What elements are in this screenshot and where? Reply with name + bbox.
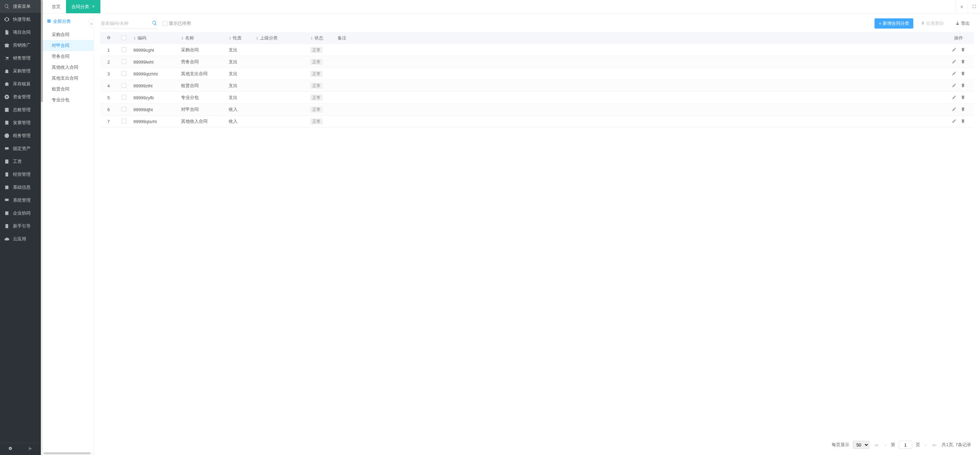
search-input[interactable] (100, 18, 158, 29)
book-icon (4, 107, 10, 113)
col-name[interactable]: ▲▼名称 (178, 32, 226, 44)
col-nature[interactable]: ▲▼性质 (226, 32, 253, 44)
tree-item[interactable]: 其他收入合同 (43, 62, 94, 73)
sort-icon: ▲▼ (256, 36, 259, 40)
status-badge: 正常 (310, 71, 323, 77)
cell-parent (253, 104, 308, 116)
cell-ops (943, 116, 974, 127)
tree-item[interactable]: 租赁合同 (43, 84, 94, 95)
close-icon[interactable]: ✕ (92, 5, 95, 9)
tree-item[interactable]: 专业分包 (43, 95, 94, 105)
col-code[interactable]: ▲▼编码 (130, 32, 178, 44)
sidebar-item-label: 固定资产 (13, 146, 30, 152)
row-checkbox[interactable] (117, 56, 130, 68)
delete-button[interactable] (961, 107, 966, 113)
show-disabled-checkbox[interactable]: 显示已停用 (163, 21, 191, 27)
last-page-button[interactable]: ⏭ (931, 442, 938, 447)
settings-button[interactable] (0, 443, 21, 455)
checkbox-icon (121, 119, 126, 124)
sidebar-item-10[interactable]: 税务管理 (0, 129, 41, 142)
tab-contract-category[interactable]: 合同分类 ✕ (66, 0, 100, 13)
search-icon[interactable] (152, 21, 157, 27)
delete-button[interactable] (961, 59, 966, 65)
delete-button[interactable] (961, 95, 966, 101)
batch-delete-button[interactable]: 批量删除 (917, 18, 948, 29)
bag-icon (4, 68, 10, 74)
export-button[interactable]: 导出 (951, 18, 974, 29)
cell-remark (335, 80, 943, 92)
row-checkbox[interactable] (117, 80, 130, 92)
delete-button[interactable] (961, 119, 966, 124)
prev-page-button[interactable]: ‹ (883, 442, 888, 447)
sidebar-item-3[interactable]: 营销推广 (0, 39, 41, 52)
sidebar-item-6[interactable]: 库存核算 (0, 78, 41, 90)
plus-icon: + (878, 21, 881, 26)
edit-button[interactable] (952, 95, 956, 101)
cell-parent (253, 80, 308, 92)
sidebar-menu: 搜索菜单快捷导航项目合同营销推广销售管理采购管理库存核算资金管理总账管理发票管理… (0, 0, 41, 443)
col-parent[interactable]: ▲▼上级分类 (253, 32, 308, 44)
edit-button[interactable] (952, 59, 956, 65)
file-icon (4, 30, 10, 35)
sidebar-item-14[interactable]: 基础信息 (0, 181, 41, 194)
sidebar-item-label: 采购管理 (13, 68, 30, 74)
add-category-button[interactable]: + 新增合同分类 (875, 18, 913, 29)
edit-button[interactable] (952, 71, 956, 77)
sidebar-item-18[interactable]: 云应用 (0, 233, 41, 246)
row-checkbox[interactable] (117, 68, 130, 80)
tree-root[interactable]: 全部分类 (43, 14, 94, 29)
row-checkbox[interactable] (117, 116, 130, 127)
sidebar-item-5[interactable]: 采购管理 (0, 65, 41, 78)
sidebar-item-13[interactable]: 经营管理 (0, 168, 41, 181)
sidebar-item-16[interactable]: 企业协同 (0, 207, 41, 220)
tree-item[interactable]: 劳务合同 (43, 51, 94, 62)
delete-button[interactable] (961, 47, 966, 53)
sidebar-item-1[interactable]: 快捷导航 (0, 13, 41, 26)
col-gear[interactable] (100, 32, 117, 44)
sidebar-item-17[interactable]: 新手引导 (0, 220, 41, 233)
delete-button[interactable] (961, 83, 966, 89)
row-checkbox[interactable] (117, 92, 130, 104)
sidebar-item-4[interactable]: 销售管理 (0, 52, 41, 65)
page-size-select[interactable]: 50 (853, 441, 869, 449)
col-checkbox[interactable] (117, 32, 130, 44)
tree-hscrollbar[interactable] (43, 452, 94, 455)
chevron-left-icon: « (90, 21, 92, 26)
sidebar-item-12[interactable]: 工资 (0, 155, 41, 168)
sidebar-item-15[interactable]: 系统管理 (0, 194, 41, 207)
sidebar-item-label: 基础信息 (13, 184, 30, 190)
row-checkbox[interactable] (117, 44, 130, 56)
cloud-icon (4, 236, 10, 242)
next-page-button[interactable]: › (924, 442, 928, 447)
edit-button[interactable] (952, 83, 956, 89)
fullscreen-button[interactable] (968, 0, 980, 14)
sidebar-item-7[interactable]: 资金管理 (0, 90, 41, 103)
sort-icon: ▲▼ (310, 36, 313, 40)
edit-button[interactable] (952, 47, 956, 53)
tree-item[interactable]: 其他支出合同 (43, 73, 94, 84)
sidebar-item-11[interactable]: 固定资产 (0, 142, 41, 155)
edit-button[interactable] (952, 119, 956, 124)
close-tab-button[interactable]: ✕ (956, 0, 968, 14)
tab-bar: 首页 合同分类 ✕ ✕ (43, 0, 980, 14)
tree-item[interactable]: 对甲合同 (43, 40, 94, 51)
sidebar-item-9[interactable]: 发票管理 (0, 116, 41, 129)
sidebar-item-2[interactable]: 项目合同 (0, 26, 41, 39)
cell-code: 99999lwht (130, 56, 178, 68)
row-checkbox[interactable] (117, 104, 130, 116)
sidebar-item-label: 发票管理 (13, 120, 30, 126)
collapse-sidebar-button[interactable] (21, 443, 41, 455)
col-status[interactable]: ▲▼状态 (308, 32, 335, 44)
first-page-button[interactable]: ⏮ (873, 442, 880, 447)
delete-button[interactable] (961, 71, 966, 77)
cell-status: 正常 (308, 92, 335, 104)
collapse-tree-button[interactable]: « (89, 19, 94, 28)
tab-home[interactable]: 首页 (46, 0, 66, 13)
tree-item[interactable]: 采购合同 (43, 29, 94, 40)
page-input[interactable] (899, 441, 912, 449)
edit-button[interactable] (952, 107, 956, 113)
coin-icon (4, 94, 10, 100)
sidebar-item-8[interactable]: 总账管理 (0, 103, 41, 116)
status-badge: 正常 (310, 95, 323, 101)
sidebar-item-0[interactable]: 搜索菜单 (0, 0, 41, 13)
